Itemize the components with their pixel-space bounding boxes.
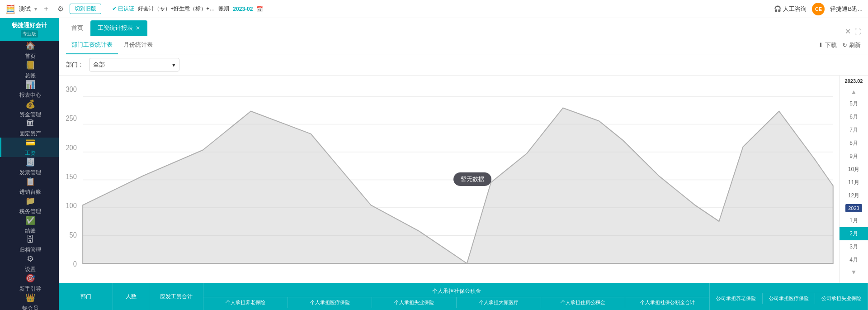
col-company-medical: 公司承担医疗保险 bbox=[763, 293, 816, 304]
current-date-label: 2023.02 bbox=[840, 76, 868, 86]
sidebar-item-salary[interactable]: 💳 工资 bbox=[0, 138, 59, 157]
invoice-icon: 🧾 bbox=[25, 157, 35, 167]
month-5[interactable]: 5月 bbox=[840, 97, 868, 110]
svg-text:300: 300 bbox=[66, 85, 76, 93]
header-left: 🧮 测试 ▾ ＋ ⚙ 切到旧版 ✔ 已认证 好会计（专）+好生意（标）+… 账期… bbox=[5, 4, 774, 14]
year-2023-label: 2023 bbox=[845, 204, 862, 212]
tab-salary-report[interactable]: 工资统计报表 ✕ bbox=[90, 20, 147, 36]
inner-tab-dept[interactable]: 部门工资统计表 bbox=[66, 36, 118, 54]
inner-tab-monthly-label: 月份统计表 bbox=[123, 41, 153, 49]
period-label: 账期 bbox=[218, 5, 229, 13]
consult-label: 人工咨询 bbox=[783, 5, 807, 13]
col-personal-pension: 个人承担养老保险 bbox=[203, 297, 288, 308]
sidebar-logo: 畅捷通好会计 专业版 bbox=[0, 18, 59, 41]
user-avatar: CE bbox=[812, 3, 825, 15]
accounting-type: 好会计（专）+好生意（标）+… bbox=[138, 5, 215, 13]
svg-text:50: 50 bbox=[70, 231, 77, 239]
user-name: 轻捷通B迅... bbox=[830, 5, 863, 13]
company-name: 测试 bbox=[19, 5, 31, 13]
col-company-pension: 公司承担养老保险 bbox=[710, 293, 763, 304]
sidebar-item-member[interactable]: 👑 畅会员 bbox=[0, 293, 59, 310]
main-container: 畅捷通好会计 专业版 🏠 首页 📒 总账 📊 报表中心 💰 资金管理 🏛 固定资… bbox=[0, 18, 868, 310]
sidebar-item-close-accounts[interactable]: ✅ 结账 bbox=[0, 215, 59, 235]
add-icon[interactable]: ＋ bbox=[41, 4, 52, 14]
dept-select-value: 全部 bbox=[93, 61, 105, 69]
guide-icon: 🎯 bbox=[25, 273, 35, 283]
certified-badge: ✔ 已认证 bbox=[112, 5, 134, 13]
tab-close-icon[interactable]: ✕ bbox=[136, 25, 140, 31]
month-8[interactable]: 8月 bbox=[840, 137, 868, 150]
month-12[interactable]: 12月 bbox=[840, 189, 868, 202]
month-10[interactable]: 10月 bbox=[840, 163, 868, 176]
date-up-arrow[interactable]: ▲ bbox=[849, 86, 859, 97]
svg-text:0: 0 bbox=[73, 260, 77, 268]
col-company-unemployment: 公司承担失业保险 bbox=[815, 293, 868, 304]
tab-home-label: 首页 bbox=[71, 24, 83, 32]
switch-version-button[interactable]: 切到旧版 bbox=[70, 4, 101, 14]
date-down-arrow[interactable]: ▼ bbox=[849, 267, 859, 277]
month-4[interactable]: 4月 bbox=[840, 253, 868, 267]
refresh-button[interactable]: ↻ 刷新 bbox=[842, 41, 861, 49]
month-3[interactable]: 3月 bbox=[840, 240, 868, 253]
tab-close-window-icon[interactable]: ✕ bbox=[845, 27, 851, 36]
sidebar-item-home[interactable]: 🏠 首页 bbox=[0, 41, 59, 60]
inner-tab-dept-label: 部门工资统计表 bbox=[71, 41, 113, 49]
sidebar-item-guide[interactable]: 🎯 新手引导 bbox=[0, 273, 59, 293]
toolbar-right: ⬇ 下载 ↻ 刷新 bbox=[818, 41, 861, 49]
inner-tab-monthly[interactable]: 月份统计表 bbox=[118, 36, 158, 54]
col-total-salary: 应发工资合计 bbox=[149, 283, 203, 310]
page-content: 部门工资统计表 月份统计表 ⬇ 下载 ↻ 刷新 bbox=[59, 36, 868, 310]
chart-area: 0 50 100 150 200 250 300 bbox=[59, 76, 839, 283]
header-icons: ＋ ⚙ bbox=[41, 4, 66, 14]
svg-text:200: 200 bbox=[66, 143, 76, 152]
month-11[interactable]: 11月 bbox=[840, 176, 868, 189]
month-2-active[interactable]: 2月 bbox=[840, 227, 868, 240]
content-area: 首页 工资统计报表 ✕ ✕ ⛶ 部门工资统计表 月份统计表 bbox=[59, 18, 868, 310]
sidebar-item-sales[interactable]: 📋 进销台账 bbox=[0, 176, 59, 196]
month-9[interactable]: 9月 bbox=[840, 150, 868, 163]
tab-maximize-icon[interactable]: ⛶ bbox=[854, 28, 861, 35]
table-header: 部门 人数 应发工资合计 个人承担社保公积金 个人承担养老保险 个人承担医疗保险… bbox=[59, 283, 868, 310]
sidebar-item-report[interactable]: 📊 报表中心 bbox=[0, 80, 59, 99]
col-group-personal-title: 个人承担社保公积金 bbox=[203, 286, 709, 297]
settings-icon[interactable]: ⚙ bbox=[55, 4, 66, 14]
tab-salary-label: 工资统计报表 bbox=[98, 24, 133, 32]
sidebar-item-tax[interactable]: 📁 税务管理 bbox=[0, 196, 59, 215]
ledger-icon: 📒 bbox=[25, 60, 35, 70]
headset-icon: 🎧 bbox=[774, 5, 781, 12]
app-logo-icon: 🧮 bbox=[5, 4, 15, 14]
dept-select[interactable]: 全部 ▾ bbox=[89, 58, 179, 72]
col-group-personal-subs: 个人承担养老保险 个人承担医疗保险 个人承担失业保险 个人承担大额医疗 个人承担… bbox=[203, 297, 709, 308]
col-personal-unemployment: 个人承担失业保险 bbox=[372, 297, 457, 308]
sidebar-label-sales: 进销台账 bbox=[19, 188, 41, 196]
sidebar-item-settings[interactable]: ⚙ 设置 bbox=[0, 254, 59, 273]
tab-home[interactable]: 首页 bbox=[64, 20, 90, 36]
sidebar-item-ledger[interactable]: 📒 总账 bbox=[0, 60, 59, 80]
sidebar-label-archive: 归档管理 bbox=[19, 246, 41, 254]
col-personal-housing-fund: 个人承担住房公积金 bbox=[541, 297, 626, 308]
col-group-company: 公司承担养老保险 公司承担医疗保险 公司承担失业保险 bbox=[710, 283, 868, 310]
close-accounts-icon: ✅ bbox=[25, 215, 35, 225]
logo-sub-text: 专业版 bbox=[21, 30, 38, 38]
month-6[interactable]: 6月 bbox=[840, 110, 868, 124]
sidebar-item-asset[interactable]: 🏛 固定资产 bbox=[0, 119, 59, 138]
col-personal-medical: 个人承担医疗保险 bbox=[288, 297, 373, 308]
sidebar-label-report: 报表中心 bbox=[19, 91, 41, 99]
calendar-icon[interactable]: 📅 bbox=[256, 6, 263, 12]
date-side-panel: 2023.02 ▲ 5月 6月 7月 8月 9月 10月 11月 12月 202… bbox=[839, 76, 868, 283]
salary-icon: 💳 bbox=[25, 138, 35, 148]
company-dropdown-icon[interactable]: ▾ bbox=[34, 6, 37, 12]
col-group-company-subs: 公司承担养老保险 公司承担医疗保险 公司承担失业保险 bbox=[710, 293, 868, 304]
asset-icon: 🏛 bbox=[26, 119, 34, 128]
download-icon: ⬇ bbox=[818, 42, 823, 48]
month-7[interactable]: 7月 bbox=[840, 124, 868, 137]
download-button[interactable]: ⬇ 下载 bbox=[818, 41, 837, 49]
month-1[interactable]: 1月 bbox=[840, 214, 868, 227]
sidebar-label-salary: 工资 bbox=[25, 149, 36, 157]
consult-button[interactable]: 🎧 人工咨询 bbox=[774, 5, 807, 13]
sidebar-item-fund[interactable]: 💰 资金管理 bbox=[0, 99, 59, 119]
sidebar-item-archive[interactable]: 🗄 归档管理 bbox=[0, 235, 59, 254]
sidebar-label-ledger: 总账 bbox=[25, 72, 36, 80]
sidebar-item-invoice[interactable]: 🧾 发票管理 bbox=[0, 157, 59, 176]
period-value: 2023-02 bbox=[233, 6, 253, 12]
